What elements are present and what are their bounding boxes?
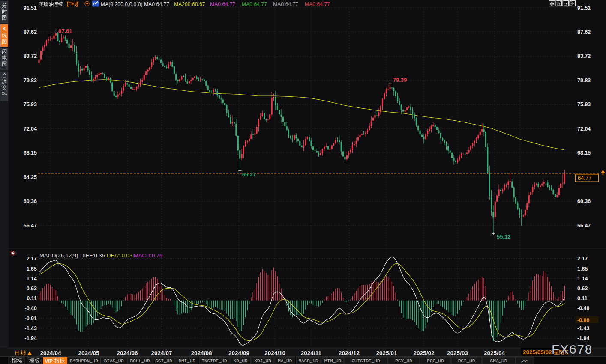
svg-text:2025/03: 2025/03 [447, 350, 468, 356]
svg-text:-0.40: -0.40 [577, 305, 590, 311]
svg-text:MA(0,200,0,0,0,0): MA(0,200,0,0,0,0) [101, 1, 143, 7]
svg-text:56.47: 56.47 [577, 223, 591, 229]
svg-text:64.25: 64.25 [24, 174, 37, 180]
svg-text:-0.80: -0.80 [577, 317, 590, 323]
svg-text:65.27: 65.27 [242, 171, 256, 178]
svg-text:ROC_UD: ROC_UD [427, 358, 444, 364]
svg-text:DEA:-0.03: DEA:-0.03 [107, 252, 132, 259]
svg-text:2024/07: 2024/07 [151, 350, 172, 356]
svg-text:-1.43: -1.43 [25, 325, 37, 331]
svg-text:MTM_UD: MTM_UD [324, 358, 342, 364]
svg-text:2025/02: 2025/02 [414, 350, 435, 356]
svg-text:2.17: 2.17 [27, 256, 37, 262]
svg-text:MACD:0.79: MACD:0.79 [134, 252, 162, 259]
svg-text:79.83: 79.83 [24, 78, 37, 84]
svg-text:0.11: 0.11 [577, 295, 588, 301]
svg-text:87.62: 87.62 [577, 29, 591, 35]
svg-text:91.51: 91.51 [577, 5, 591, 11]
svg-text:2024/10: 2024/10 [264, 350, 285, 356]
svg-text:MA200:68.67: MA200:68.67 [174, 1, 205, 7]
svg-text:MA0:64.77: MA0:64.77 [144, 1, 169, 7]
svg-text:2025/05/02: 2025/05/02 [523, 349, 552, 355]
svg-text:MACD_UD: MACD_UD [298, 358, 318, 364]
svg-text:-0.91: -0.91 [25, 316, 37, 322]
svg-text:64.77: 64.77 [578, 175, 592, 181]
svg-text:55.12: 55.12 [497, 233, 511, 240]
svg-text:DIFF:0.36: DIFF:0.36 [80, 252, 105, 259]
svg-text:CCI_UD: CCI_UD [155, 358, 172, 364]
svg-text:60.36: 60.36 [24, 198, 37, 204]
svg-text:BIAS_UD: BIAS_UD [104, 358, 124, 364]
svg-text:87.62: 87.62 [24, 29, 37, 35]
svg-text:-1.94: -1.94 [577, 335, 590, 341]
svg-text:VIP: VIP [45, 358, 53, 364]
svg-text:75.93: 75.93 [577, 101, 591, 107]
svg-text:MA0:64.77: MA0:64.77 [242, 1, 267, 7]
svg-text:PSY_UD: PSY_UD [395, 358, 412, 364]
svg-text:68.15: 68.15 [24, 150, 37, 156]
svg-text:BARUPDN_UD: BARUPDN_UD [70, 358, 98, 364]
svg-text:1.65: 1.65 [577, 266, 588, 272]
svg-text:MA0:64.77: MA0:64.77 [273, 1, 298, 7]
svg-text:83.72: 83.72 [577, 53, 591, 59]
svg-text:MA0:64.77: MA0:64.77 [305, 1, 330, 7]
svg-text:75.93: 75.93 [24, 101, 37, 107]
svg-text:2025/01: 2025/01 [376, 350, 397, 356]
svg-text:79.39: 79.39 [393, 77, 407, 83]
svg-text:91.51: 91.51 [24, 5, 37, 11]
svg-text:RSI_UD: RSI_UD [458, 358, 475, 364]
svg-text:0.63: 0.63 [577, 286, 588, 292]
svg-text:56.47: 56.47 [24, 223, 37, 229]
svg-text:0.11: 0.11 [27, 295, 37, 301]
svg-text:2024/06: 2024/06 [117, 350, 138, 356]
svg-text:1.14: 1.14 [577, 276, 588, 282]
svg-text:1.14: 1.14 [27, 276, 37, 282]
svg-text:72.04: 72.04 [24, 126, 37, 132]
svg-text:-1.94: -1.94 [25, 335, 37, 341]
svg-text:60.36: 60.36 [577, 198, 591, 204]
svg-text:2.17: 2.17 [577, 256, 588, 262]
svg-text:87.61: 87.61 [58, 28, 72, 34]
svg-text:2024/05: 2024/05 [78, 350, 99, 356]
svg-text:83.72: 83.72 [24, 53, 37, 59]
svg-text:SMA_UD: SMA_UD [490, 358, 507, 364]
svg-text:MA_UD: MA_UD [278, 358, 292, 364]
svg-text:2024/12: 2024/12 [339, 350, 360, 356]
svg-text:-1.43: -1.43 [577, 325, 590, 331]
svg-text:0.63: 0.63 [27, 286, 37, 292]
svg-text:FX678: FX678 [552, 342, 593, 356]
svg-text:1.65: 1.65 [27, 266, 37, 272]
svg-text:KDJ_UD: KDJ_UD [254, 358, 271, 364]
svg-text:MA0:64.77: MA0:64.77 [210, 1, 235, 7]
svg-text:MACD(26,12,9): MACD(26,12,9) [39, 252, 78, 259]
svg-text:2024/04: 2024/04 [40, 350, 61, 356]
svg-text:-0.40: -0.40 [25, 305, 37, 311]
svg-text:BOLL_UD: BOLL_UD [130, 358, 150, 364]
svg-text:2025/04: 2025/04 [484, 350, 505, 356]
svg-text:68.15: 68.15 [577, 150, 591, 156]
svg-text:KD_UD: KD_UD [233, 358, 247, 364]
svg-text:79.83: 79.83 [577, 78, 591, 84]
svg-text:2024/09: 2024/09 [228, 350, 249, 356]
svg-text:INSIDE_UD: INSIDE_UD [201, 358, 227, 364]
svg-text:OUTSIDE_UD: OUTSIDE_UD [351, 358, 380, 364]
svg-text:DMI_UD: DMI_UD [178, 358, 195, 364]
svg-text:2024/11: 2024/11 [301, 350, 322, 356]
svg-text:72.04: 72.04 [577, 126, 591, 132]
svg-text:K: K [3, 26, 6, 31]
svg-text:>>: >> [522, 358, 528, 364]
svg-text:2024/08: 2024/08 [191, 350, 212, 356]
